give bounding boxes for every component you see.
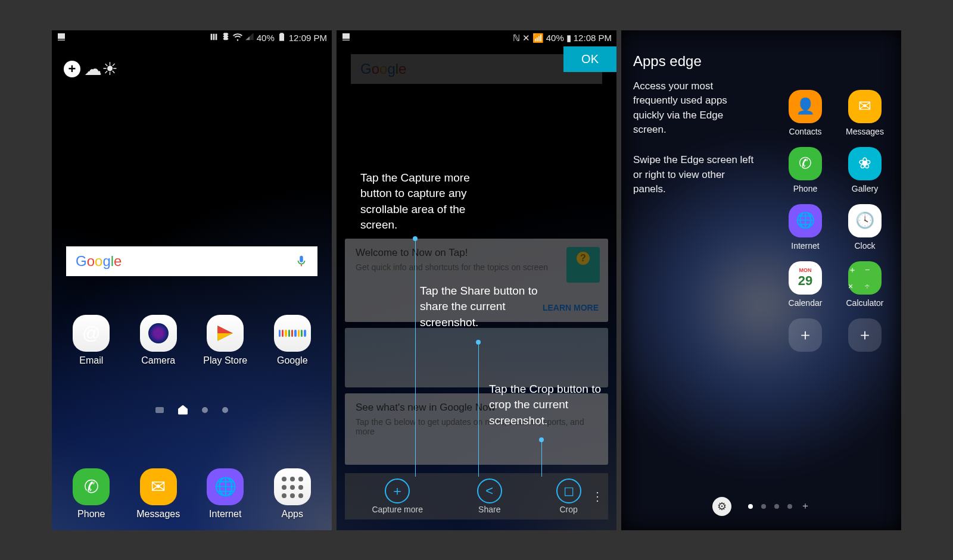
clock-text: 12:08 PM [574, 33, 612, 43]
clock-text: 12:09 PM [289, 33, 327, 43]
app-messages[interactable]: ✉Messages [129, 468, 188, 520]
internet-icon: 🌐 [207, 468, 244, 505]
crop-tip: Tap the Crop button to crop the current … [489, 381, 616, 429]
edge-panel[interactable]: 👤Contacts✉Messages✆Phone❀Gallery🌐Interne… [777, 90, 893, 465]
screenshot-tool-screen: ℕ ✕ 📶 40% ▮ 12:08 PM Google Welcome to N… [337, 30, 616, 530]
edge-row: MON29Calendar＋−×÷Calculator [777, 261, 893, 308]
vibrate-icon [221, 32, 231, 43]
edge-description-2: Swipe the Edge screen left or right to v… [621, 151, 901, 199]
app-add[interactable]: ＋ [781, 318, 830, 355]
share-icon: < [477, 478, 502, 503]
home-app-row: @EmailCameraPlay StoreGoogle [58, 315, 326, 366]
vibrate-icon: ✕ [522, 33, 530, 43]
mic-icon[interactable] [295, 255, 308, 268]
toolbar-label: Share [478, 505, 500, 514]
page-dot[interactable] [202, 407, 208, 413]
panel-pager: ⚙ ＋ [621, 497, 901, 516]
toolbar-capture-more[interactable]: ＋Capture more [372, 478, 423, 514]
ok-button[interactable]: OK [563, 46, 616, 72]
pointer-line [541, 440, 542, 477]
toolbar-label: Capture more [372, 505, 423, 514]
crop-icon: ◻ [556, 478, 581, 503]
app-camera[interactable]: Camera [129, 315, 188, 366]
screenshot-saved-icon [341, 32, 351, 43]
wifi-icon [233, 32, 242, 43]
page-indicator[interactable] [52, 405, 332, 415]
panel-dot[interactable] [748, 504, 753, 509]
apps-edge-screen: Apps edge Access your most frequently us… [621, 30, 901, 530]
panel-dot[interactable] [761, 504, 766, 509]
app-label: Email [79, 355, 103, 366]
status-bar: ℕ ✕ 📶 40% ▮ 12:08 PM [337, 30, 616, 46]
app-label: Messages [136, 509, 180, 520]
app-add[interactable]: ＋ [840, 318, 889, 355]
pointer-line [478, 342, 479, 477]
panel-dot[interactable] [787, 504, 792, 509]
home-screen: 40% 12:09 PM + ☁︎☀︎ Google @EmailCameraP… [52, 30, 332, 530]
phone-icon: ✆ [73, 468, 110, 505]
battery-icon [277, 32, 286, 43]
add-weather-icon[interactable]: + [64, 61, 80, 77]
pointer-dot [413, 236, 418, 241]
app-label: Internet [209, 509, 241, 520]
dock: ✆Phone✉Messages🌐InternetApps [58, 468, 326, 520]
internet-icon: 🌐 [789, 204, 822, 237]
app-label: Apps [282, 509, 303, 520]
camera-icon [140, 315, 177, 352]
app-label: Internet [791, 241, 819, 251]
capture-toolbar: ⋮ ＋Capture more<Share◻Crop [345, 473, 608, 520]
edge-description: Access your most frequently used apps qu… [621, 77, 901, 140]
capture more-icon: ＋ [385, 478, 410, 503]
app-play-store[interactable]: Play Store [195, 315, 255, 366]
page-dot[interactable] [222, 407, 228, 413]
add-panel-icon[interactable]: ＋ [801, 500, 810, 512]
settings-gear-icon[interactable]: ⚙ [712, 497, 731, 516]
screenshot-saved-icon [57, 32, 66, 43]
edge-row: 🌐Internet🕓Clock [777, 204, 893, 251]
weather-widget[interactable]: + ☁︎☀︎ [64, 60, 118, 78]
app-label: Phone [77, 509, 105, 520]
app-label: Google [277, 355, 308, 366]
panel-dot[interactable] [774, 504, 779, 509]
google-search-bar[interactable]: Google [66, 246, 317, 276]
pointer-dot [476, 340, 481, 345]
battery-icon: ▮ [566, 33, 571, 43]
app-calculator[interactable]: ＋−×÷Calculator [840, 261, 889, 308]
app-label: Calendar [789, 298, 823, 308]
app-apps[interactable]: Apps [263, 468, 322, 520]
app-label: Camera [141, 355, 175, 366]
email-icon: @ [73, 315, 110, 352]
add-icon: ＋ [848, 318, 882, 352]
signal-icon [245, 32, 254, 43]
app-label: Calculator [846, 298, 883, 308]
google-icon [274, 315, 311, 352]
messages-icon: ✉ [140, 468, 177, 505]
calculator-icon: ＋−×÷ [848, 261, 882, 295]
page-dot-active[interactable] [178, 405, 188, 415]
add-icon: ＋ [789, 318, 822, 352]
capture-tip: Tap the Capture more button to capture a… [360, 170, 503, 233]
wifi-icon: 📶 [532, 33, 544, 43]
share-tip: Tap the Share button to share the curren… [420, 283, 563, 331]
clock-icon: 🕓 [848, 204, 882, 237]
app-clock[interactable]: 🕓Clock [840, 204, 889, 251]
app-google[interactable]: Google [263, 315, 322, 366]
battery-percent: 40% [546, 33, 564, 43]
app-label: Play Store [203, 355, 247, 366]
page-dot[interactable] [155, 407, 164, 413]
app-phone[interactable]: ✆Phone [61, 468, 121, 520]
nfc-icon [209, 32, 219, 43]
app-email[interactable]: @Email [61, 315, 121, 366]
app-internet[interactable]: 🌐Internet [781, 204, 830, 251]
toolbar-crop[interactable]: ◻Crop [556, 478, 581, 514]
edge-row: ＋＋ [777, 318, 893, 355]
more-icon[interactable]: ⋮ [591, 489, 603, 503]
nfc-icon: ℕ [513, 33, 520, 43]
battery-percent: 40% [257, 33, 275, 43]
app-internet[interactable]: 🌐Internet [195, 468, 255, 520]
weather-cloud-icon: ☁︎☀︎ [84, 60, 118, 78]
app-calendar[interactable]: MON29Calendar [781, 261, 830, 308]
edge-title: Apps edge [621, 46, 901, 77]
toolbar-share[interactable]: <Share [477, 478, 502, 514]
play store-icon [207, 315, 244, 352]
